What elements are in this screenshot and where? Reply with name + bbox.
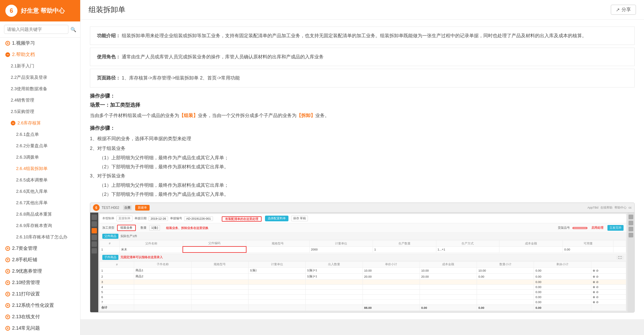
sidebar-item-label: 2.9优惠券管理	[12, 268, 42, 274]
table-row: 3 0.00 ⊕ ⊘	[100, 280, 626, 285]
step-sub-disassemble-1: （1）上部明细为父件明细，最终作为原材料生成其它出库单；	[99, 181, 635, 190]
expand-icon	[5, 269, 10, 274]
sidebar-item-inv265[interactable]: 2.6.5成本调整单	[0, 174, 80, 186]
search-box: 🔍	[0, 21, 80, 38]
mock-icon-4	[92, 235, 97, 240]
sidebar-item-data[interactable]: 2.3使用前数据准备	[0, 83, 80, 95]
mock-type-value[interactable]: 组装业务	[117, 225, 136, 231]
sidebar-item-label: 2.4销售管理	[11, 97, 34, 103]
sidebar-item-label: 2.5采购管理	[11, 109, 34, 115]
sidebar: 6 好生意 帮助中心 🔍 1.视频学习 2.帮助文档 2.1新手入门 2.2产品…	[0, 0, 80, 335]
sidebar-item-label: 2.2产品安装及登录	[11, 74, 47, 80]
sidebar-item-docs[interactable]: 2.帮助文档	[0, 49, 80, 60]
sidebar-item-install[interactable]: 2.2产品安装及登录	[0, 72, 80, 83]
sidebar-item-inv2610[interactable]: 2.6.10库存账本错了怎么办	[0, 231, 80, 243]
sidebar-item-label: 2.6.4组装拆卸单	[16, 166, 48, 172]
table-row: 7 0.00 ⊕ ⊘	[100, 300, 626, 305]
main-content: 组装拆卸单 ↗ 分享 功能介绍： 组装拆卸单用来处理企业组装或拆卸等加工业务，支…	[80, 0, 644, 335]
mock-section-toggle[interactable]: 父件商品	[102, 234, 118, 239]
share-icon: ↗	[616, 7, 620, 12]
table-row: 5 0.00 ⊕ ⊘	[100, 290, 626, 295]
mock-process-btn[interactable]: 选择配置料单	[265, 216, 288, 221]
mock-date-label: 单据日期	[135, 216, 147, 221]
main-header: 组装拆卸单 ↗ 分享	[80, 0, 644, 20]
mock-btn-edit[interactable]: 直接制单	[116, 216, 132, 221]
screenshot-wrapper: 6 TEST-H002 自費 新建单 AppTBd 在线帮助 帮助中心 cc	[90, 203, 635, 313]
col-parent-code: 父件编码	[183, 240, 246, 247]
expand-icon	[5, 315, 10, 319]
mock-btn-save[interactable]: 保存 草稿	[291, 216, 308, 221]
sidebar-item-inv262[interactable]: 2.6.2分量盘点单	[0, 140, 80, 152]
sidebar-item-custom[interactable]: 2.12系统个性化设置	[0, 300, 80, 311]
step-sub-assemble-2: （2）下部明细为子件明细，最终作为原材料生成其它出库单。	[99, 162, 635, 171]
sidebar-item-inv268[interactable]: 2.6.8商品成本重算	[0, 209, 80, 220]
scenario1-title: 场景一：加工类型选择	[90, 102, 635, 108]
sidebar-item-finance[interactable]: 2.7资金管理	[0, 243, 80, 254]
sidebar-item-inv264[interactable]: 2.6.4组装拆卸单	[0, 163, 80, 174]
nav-section: 1.视频学习 2.帮助文档 2.1新手入门 2.2产品安装及登录 2.3使用前数…	[0, 38, 80, 335]
step-sub-assemble-1: （1）上部明细为父件明细，最终作为产成品生成其它入库单；	[99, 153, 635, 162]
role-block: 使用角色： 通常由生产人员或库管人员完成拆装业务的操作，库管人员确认原材料的出库…	[90, 48, 635, 66]
mock-annotation2: 组装业务、拆卸业务在这里切换	[166, 226, 208, 230]
col-cost: 成本金额	[499, 240, 563, 247]
table-row: 1 商品1 1(备) 1(备)+1 10.00 10.00 10.00 0.00…	[100, 268, 626, 274]
app-title: 好生意 帮助中心	[21, 7, 65, 15]
mock-icon-2	[92, 221, 97, 227]
sidebar-item-video[interactable]: 1.视频学习	[0, 38, 80, 49]
sidebar-item-print[interactable]: 2.11打印设置	[0, 288, 80, 300]
mock-qty-label: 数量	[141, 226, 147, 230]
expand-icon	[5, 41, 10, 46]
sidebar-item-inv266[interactable]: 2.6.6其他入库单	[0, 186, 80, 197]
sidebar-item-coupon[interactable]: 2.9优惠券管理	[0, 266, 80, 277]
sidebar-item-label: 2.6.2分量盘点单	[16, 143, 48, 149]
mock-code-value[interactable]: AD-20191226-001	[184, 216, 213, 221]
sidebar-header: 6 好生意 帮助中心	[0, 0, 80, 21]
sidebar-item-mobile[interactable]: 2.8手机旺铺	[0, 254, 80, 266]
sidebar-item-ops[interactable]: 2.10经营管理	[0, 277, 80, 288]
sidebar-item-label: 2.10经营管理	[12, 280, 40, 286]
sidebar-item-inv267[interactable]: 2.6.7其他出库单	[0, 197, 80, 209]
search-icon[interactable]: 🔍	[70, 27, 76, 32]
sidebar-item-online[interactable]: 2.13在线支付	[0, 311, 80, 323]
sidebar-item-inv263[interactable]: 2.6.3调拨单	[0, 152, 80, 163]
page-title: 组装拆卸单	[89, 5, 125, 15]
sidebar-item-sales[interactable]: 2.4销售管理	[0, 95, 80, 106]
search-input[interactable]	[4, 25, 68, 34]
mock-icon-5	[92, 241, 97, 247]
col-produce-qty: 生产数量	[373, 240, 436, 247]
sidebar-item-new[interactable]: 2.1新手入门	[0, 60, 80, 72]
mock-date-value[interactable]: 2019-12-26	[149, 216, 168, 221]
mock-applied-label: 货架品号	[558, 226, 570, 230]
sidebar-item-faq[interactable]: 2.14常见问题	[0, 323, 80, 334]
mock-section-label: 实际生产1件	[120, 234, 137, 238]
collapse-icon	[5, 52, 10, 57]
sidebar-item-label: 2.帮助文档	[12, 52, 35, 58]
share-button[interactable]: ↗ 分享	[611, 5, 636, 15]
mock-apply-btn[interactable]: 立发完毕	[607, 225, 624, 231]
mock-right-icon-1	[629, 215, 633, 219]
mock-toolbar-status: 本馆制单	[102, 216, 114, 221]
mock-expand-btn[interactable]: ⛶	[616, 256, 624, 260]
mock-nav-new: 新建单	[135, 205, 150, 211]
expand-icon	[5, 326, 10, 331]
sidebar-item-inv261[interactable]: 2.6.1盘点单	[0, 129, 80, 140]
step-sub-disassemble-2: （2）下部明细为子件明细，最终作为产成品生成其它入库单。	[99, 190, 635, 199]
sidebar-item-label: 2.1新手入门	[11, 63, 34, 69]
sidebar-item-inventory[interactable]: 2.6库存核算	[0, 117, 80, 129]
sidebar-item-inv269[interactable]: 2.6.9库存账本查询	[0, 220, 80, 231]
col-unit: 计量单位	[310, 240, 373, 247]
col-produce-way: 生产方式	[436, 240, 499, 247]
mock-annotation1: 有装配清单的在这里处理	[222, 216, 262, 222]
bottom-table: # 子件名称 规格型号 计量单位 出入数量 单价小计 成本金额 数量小计 剩余小…	[100, 261, 626, 311]
mock-applied-field[interactable]	[573, 227, 587, 229]
sidebar-item-label: 2.6.8商品成本重算	[16, 211, 52, 217]
mock-help-btn: 在线帮助	[600, 206, 612, 210]
sidebar-item-label: 2.8手机旺铺	[12, 257, 37, 263]
sidebar-item-purchase[interactable]: 2.5采购管理	[0, 106, 80, 117]
col-ops	[613, 240, 626, 247]
mock-qty-value[interactable]: 1(备)	[149, 225, 160, 231]
sidebar-item-label: 2.6.3调拨单	[16, 154, 39, 160]
expand-icon	[5, 258, 10, 262]
sidebar-item-label: 2.7资金管理	[12, 245, 37, 252]
mock-sub-section-toggle[interactable]: 子件商品	[102, 255, 118, 260]
